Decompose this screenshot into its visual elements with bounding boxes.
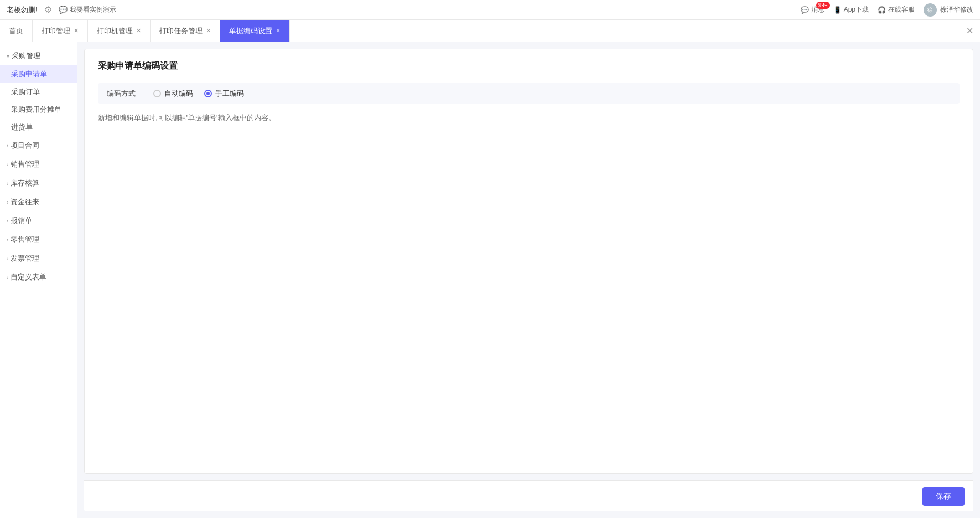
top-bar: 老板勿删! ⚙ 我要看实例演示 💬 消息 99+ 📱 App下载 🎧 在线客服 …: [0, 0, 980, 20]
sidebar-group-sales-label: 销售管理: [11, 159, 39, 169]
user-name: 徐泽华修改: [940, 5, 973, 14]
tab-printer-manage-close[interactable]: ✕: [136, 27, 141, 34]
chevron-right-icon: ›: [7, 180, 8, 187]
top-bar-right: 💬 消息 99+ 📱 App下载 🎧 在线客服 徐 徐泽华修改: [801, 3, 973, 17]
app-title: 老板勿删!: [7, 5, 38, 15]
chevron-down-icon: ▾: [7, 53, 9, 59]
sidebar-group-finance[interactable]: › 资金往来: [0, 193, 77, 211]
sidebar-group-invoice[interactable]: › 发票管理: [0, 249, 77, 268]
sidebar: ▾ 采购管理 采购申请单 采购订单 采购费用分摊单 进货单 › 项目合同 › 销…: [0, 42, 77, 518]
tab-print-manage-label: 打印管理: [42, 26, 70, 36]
chevron-right-icon: ›: [7, 256, 8, 262]
page-title: 采购申请单编码设置: [98, 60, 960, 72]
sidebar-group-custom-form[interactable]: › 自定义表单: [0, 268, 77, 287]
encoding-label: 编码方式: [107, 89, 140, 99]
main-layout: ▾ 采购管理 采购申请单 采购订单 采购费用分摊单 进货单 › 项目合同 › 销…: [0, 42, 980, 518]
sidebar-group-purchase-label: 采购管理: [12, 51, 40, 61]
sidebar-group-retail[interactable]: › 零售管理: [0, 230, 77, 249]
tab-single-code-close[interactable]: ✕: [276, 27, 281, 34]
sidebar-item-purchase-order-label: 采购订单: [11, 87, 40, 96]
chevron-right-icon: ›: [7, 199, 8, 205]
sidebar-item-stock-in-label: 进货单: [11, 123, 33, 131]
chevron-right-icon: ›: [7, 274, 8, 281]
message-badge: 99+: [816, 2, 830, 9]
sidebar-item-purchase-expense-label: 采购费用分摊单: [11, 105, 61, 113]
tab-printer-manage[interactable]: 打印机管理 ✕: [88, 20, 151, 42]
radio-manual-circle: [204, 90, 212, 97]
phone-icon: 📱: [833, 6, 842, 14]
content-footer: 保存: [84, 480, 973, 511]
sidebar-group-inventory[interactable]: › 库存核算: [0, 174, 77, 193]
gear-icon[interactable]: ⚙: [44, 4, 52, 15]
service-label: 在线客服: [888, 5, 915, 14]
tab-print-task-close[interactable]: ✕: [206, 27, 211, 34]
sidebar-group-invoice-label: 发票管理: [11, 253, 39, 263]
tab-print-task-label: 打印任务管理: [159, 26, 203, 36]
tab-single-code[interactable]: 单据编码设置 ✕: [220, 20, 290, 42]
content-inner: 采购申请单编码设置 编码方式 自动编码 手工编码 新增和编辑单据时,可以编辑'单…: [84, 49, 973, 474]
tab-printer-manage-label: 打印机管理: [97, 26, 133, 36]
radio-group: 自动编码 手工编码: [153, 89, 244, 99]
tab-print-manage[interactable]: 打印管理 ✕: [33, 20, 88, 42]
sidebar-group-project[interactable]: › 项目合同: [0, 136, 77, 155]
sidebar-group-sales[interactable]: › 销售管理: [0, 155, 77, 174]
tab-print-manage-close[interactable]: ✕: [74, 27, 79, 34]
online-service-button[interactable]: 🎧 在线客服: [878, 5, 915, 14]
sidebar-item-purchase-request-label: 采购申请单: [11, 70, 47, 78]
top-bar-left: 老板勿删! ⚙ 我要看实例演示: [7, 4, 116, 15]
radio-auto[interactable]: 自动编码: [153, 89, 193, 99]
tab-home[interactable]: 首页: [0, 20, 33, 42]
sidebar-group-purchase[interactable]: ▾ 采购管理: [0, 46, 77, 65]
encoding-row: 编码方式 自动编码 手工编码: [98, 83, 960, 104]
sidebar-item-purchase-order[interactable]: 采购订单: [0, 83, 77, 101]
tab-bar: 首页 打印管理 ✕ 打印机管理 ✕ 打印任务管理 ✕ 单据编码设置 ✕ ✕: [0, 20, 980, 42]
headset-icon: 🎧: [878, 6, 886, 14]
app-label: App下载: [844, 5, 869, 14]
sidebar-group-custom-form-label: 自定义表单: [11, 272, 46, 282]
sidebar-item-stock-in[interactable]: 进货单: [0, 118, 77, 136]
tab-single-code-label: 单据编码设置: [229, 26, 272, 36]
tab-bar-close[interactable]: ✕: [960, 20, 980, 42]
sidebar-group-retail-label: 零售管理: [11, 235, 39, 245]
message-button[interactable]: 💬 消息 99+: [801, 5, 825, 14]
save-button[interactable]: 保存: [922, 487, 965, 506]
tab-print-task[interactable]: 打印任务管理 ✕: [151, 20, 220, 42]
message-icon: 💬: [801, 6, 809, 14]
sidebar-group-returns[interactable]: › 报销单: [0, 211, 77, 230]
chevron-right-icon: ›: [7, 162, 8, 168]
sidebar-group-project-label: 项目合同: [11, 141, 39, 151]
radio-auto-label: 自动编码: [164, 89, 193, 99]
radio-manual-label: 手工编码: [215, 89, 244, 99]
chevron-right-icon: ›: [7, 237, 8, 243]
app-download-button[interactable]: 📱 App下载: [833, 5, 869, 14]
sidebar-group-inventory-label: 库存核算: [11, 178, 39, 188]
chevron-right-icon: ›: [7, 143, 8, 149]
demo-text: 我要看实例演示: [70, 5, 116, 14]
sidebar-group-returns-label: 报销单: [11, 216, 32, 226]
user-menu[interactable]: 徐 徐泽华修改: [924, 3, 973, 17]
avatar: 徐: [924, 3, 937, 17]
sidebar-item-purchase-request[interactable]: 采购申请单: [0, 65, 77, 83]
demo-link[interactable]: 我要看实例演示: [59, 5, 116, 14]
radio-manual[interactable]: 手工编码: [204, 89, 244, 99]
radio-auto-circle: [153, 90, 161, 97]
tab-home-label: 首页: [9, 26, 23, 36]
content-area: 采购申请单编码设置 编码方式 自动编码 手工编码 新增和编辑单据时,可以编辑'单…: [77, 42, 980, 518]
sidebar-group-finance-label: 资金往来: [11, 197, 39, 207]
chevron-right-icon: ›: [7, 218, 8, 224]
hint-text: 新增和编辑单据时,可以编辑'单据编号'输入框中的内容。: [98, 113, 960, 123]
sidebar-item-purchase-expense[interactable]: 采购费用分摊单: [0, 101, 77, 118]
